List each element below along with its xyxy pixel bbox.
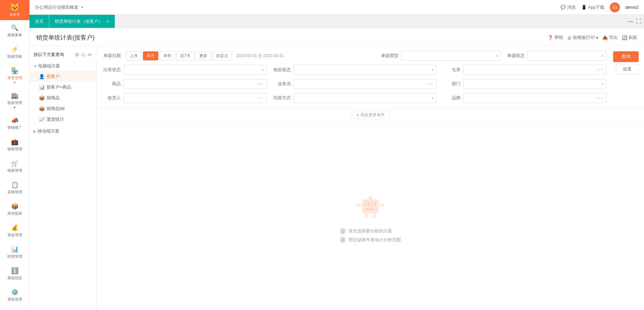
svg-rect-7 xyxy=(365,213,368,218)
export-icon: 📤 xyxy=(602,35,608,40)
goods-input[interactable]: ··· xyxy=(123,79,267,89)
sidebar-item-sales[interactable]: 💼 销售管理 xyxy=(0,134,29,156)
brand-dots: ··· xyxy=(597,95,603,101)
doc-type-label: 单据类型 xyxy=(380,53,398,59)
export-btn[interactable]: 📤 导出 xyxy=(602,35,618,41)
logo[interactable]: 🐱 标签页 xyxy=(0,0,30,20)
sidebar-item-wholesale-label: 批发管理 xyxy=(7,100,22,105)
message-btn[interactable]: 💬 消息 xyxy=(560,4,576,10)
sidebar-item-ecommerce[interactable]: 🛒 电商管理 xyxy=(0,156,29,177)
inventory-icon: 📦 xyxy=(11,203,18,210)
sidebar-item-operations[interactable]: 📊 经营管理 xyxy=(0,242,29,263)
add-scheme-icon[interactable]: ⊕ xyxy=(75,51,79,58)
date-btn-this-month[interactable]: 本月 xyxy=(143,51,158,60)
page-title: 销货单统计表(按客户) xyxy=(36,34,95,42)
query-btn[interactable]: 查询 xyxy=(613,51,639,62)
department-label: 部门 xyxy=(442,81,461,87)
tab-sales-stat[interactable]: 销货单统计表（按客户） ✕ xyxy=(49,15,115,28)
out-status-arrow-icon: ▾ xyxy=(262,68,264,72)
sidebar-item-purchase[interactable]: 📋 采购管理 xyxy=(0,177,29,199)
scheme-pc-group-header[interactable]: ▼ 电脑端方案 xyxy=(30,61,96,71)
sidebar-item-marketing[interactable]: 📣 营销推广 xyxy=(0,113,29,134)
scheme-item-return-stat[interactable]: 📈 退货统计 xyxy=(30,114,96,125)
sidebar-item-basic-label: 基础信息 xyxy=(7,275,22,280)
sidebar-item-finance[interactable]: 💰 资金管理 xyxy=(0,220,29,242)
marketing-icon: 📣 xyxy=(11,117,18,124)
doc-type-select[interactable]: ▾ xyxy=(401,51,500,61)
doc-status-label: 单据状态 xyxy=(506,53,525,59)
collapse-icon: ∧ xyxy=(356,113,359,117)
sidebar-item-purchase-label: 采购管理 xyxy=(7,190,22,195)
date-btn-custom[interactable]: 自定义 xyxy=(212,51,232,60)
scheme-item-by-goods-99-label: 按商品99 xyxy=(47,106,64,112)
date-btn-more[interactable]: 更多 xyxy=(196,51,211,60)
by-customer-goods-icon: 📊 xyxy=(39,85,45,90)
sidebar-item-quicknav[interactable]: ⚡ 快捷导航 xyxy=(0,42,29,63)
header-right: 💬 消息 📱 App下载 Ea demo2 xyxy=(560,2,639,12)
payment-status-label: 收款状态 xyxy=(272,67,291,73)
empty-tip-1-text: 请先选择要分析的方案 xyxy=(348,228,392,234)
sidebar-item-retail[interactable]: 🏪 零售管理 ▲ xyxy=(0,63,29,88)
tab-home[interactable]: 首页 xyxy=(30,15,49,28)
consignee-input[interactable]: ··· xyxy=(123,93,267,103)
tab-minimize-icon[interactable]: — xyxy=(628,18,633,24)
scheme-mobile-group-header[interactable]: ▶ 移动端方案 xyxy=(30,126,96,136)
setting-btn[interactable]: 设置 xyxy=(616,64,639,74)
scheme-item-by-customer[interactable]: 👤 按客户 xyxy=(30,71,96,82)
page-actions: ❓ 帮助 🖨 按模板打印 ▾ 📤 导出 🔄 刷新 xyxy=(548,35,637,41)
filter-row-2: 出库状态 ▾ 收款状态 xyxy=(102,65,606,75)
date-btn-this-year[interactable]: 本年 xyxy=(160,51,175,60)
print-label: 按模板打印 xyxy=(573,35,595,41)
doc-status-select[interactable]: ▾ xyxy=(527,51,606,61)
sidebar-item-search-label: 搜索菜单 xyxy=(7,33,22,38)
sales-icon: 💼 xyxy=(11,138,18,146)
salesperson-input[interactable]: ··· xyxy=(293,79,437,89)
warehouse-input[interactable]: ··· xyxy=(463,65,606,75)
tab-home-label: 首页 xyxy=(35,18,44,24)
app-download-btn[interactable]: 📱 App下载 xyxy=(581,4,604,10)
sidebar: 🐱 标签页 🔍 搜索菜单 ⚡ 快捷导航 🏪 零售管理 ▲ 🏬 批发管理 ▲ 📣 … xyxy=(0,0,30,310)
user-avatar: Ea xyxy=(610,2,620,12)
collapse-panel-icon[interactable]: ≪ xyxy=(87,52,92,57)
date-btn-last-month[interactable]: 上月 xyxy=(126,51,142,60)
sidebar-menu: 🔍 搜索菜单 ⚡ 快捷导航 🏪 零售管理 ▲ 🏬 批发管理 ▲ 📣 营销推广 💼… xyxy=(0,20,29,310)
scheme-item-by-goods-99[interactable]: 📦 按商品99 xyxy=(30,103,96,114)
date-selector: 上月 本月 本年 近7天 更多 自定义 xyxy=(126,51,232,60)
out-status-select[interactable]: ▾ xyxy=(123,65,267,75)
goods-label: 商品 xyxy=(102,81,121,87)
main-area: 办公用品行业模拟账套 ▾ 💬 消息 📱 App下载 Ea demo2 首页 销货… xyxy=(30,0,644,310)
collapse-more-btn[interactable]: ∧ 收起更多条件 xyxy=(351,111,390,119)
department-select[interactable]: ▾ xyxy=(463,79,606,89)
date-btn-7days[interactable]: 近7天 xyxy=(176,51,194,60)
tab-maximize-icon[interactable]: ⛶ xyxy=(636,18,641,24)
print-btn[interactable]: 🖨 按模板打印 ▾ xyxy=(567,35,598,41)
filter-row-3: 商品 ··· 业务员 xyxy=(102,79,606,89)
tab-close-icon[interactable]: ✕ xyxy=(106,19,109,24)
left-panel: 按以下方案查询 ⊕ ⊙ ≪ ▼ 电脑端方案 👤 按客户 xyxy=(30,46,97,309)
payment-status-select[interactable]: ▾ xyxy=(293,65,437,75)
sidebar-item-basic[interactable]: ℹ️ 基础信息 xyxy=(0,263,29,285)
svg-rect-4 xyxy=(369,196,372,200)
breadcrumb-dropdown[interactable]: ▾ xyxy=(81,5,83,10)
svg-point-11 xyxy=(367,204,368,205)
sidebar-item-system[interactable]: ⚙️ 系统管理 xyxy=(0,285,29,306)
tab-sales-stat-label: 销货单统计表（按客户） xyxy=(55,18,103,24)
scheme-item-by-customer-goods[interactable]: 📊 按客户+商品 xyxy=(30,82,96,93)
user-name[interactable]: demo2 xyxy=(625,5,639,10)
scheme-item-by-goods[interactable]: 📦 按商品 xyxy=(30,93,96,103)
brand-input[interactable]: ··· xyxy=(463,93,606,103)
filter-row-4: 收货人 ··· 结算方式 xyxy=(102,93,606,103)
sidebar-item-inventory[interactable]: 📦 库存核算 xyxy=(0,199,29,220)
by-goods-icon: 📦 xyxy=(39,95,45,101)
refresh-btn[interactable]: 🔄 刷新 xyxy=(622,35,637,41)
sidebar-item-sales-label: 销售管理 xyxy=(7,147,22,152)
sidebar-item-search[interactable]: 🔍 搜索菜单 xyxy=(0,20,29,42)
sidebar-item-wholesale[interactable]: 🏬 批发管理 ▲ xyxy=(0,88,29,113)
sidebar-item-enterprise[interactable]: 🤝 企业协同 xyxy=(0,306,29,310)
export-label: 导出 xyxy=(609,35,618,41)
settlement-select[interactable]: ▾ xyxy=(293,93,437,103)
help-btn[interactable]: ❓ 帮助 xyxy=(548,35,563,41)
by-goods-99-icon: 📦 xyxy=(39,106,45,111)
message-icon: 💬 xyxy=(560,5,566,10)
edit-scheme-icon[interactable]: ⊙ xyxy=(81,52,85,57)
